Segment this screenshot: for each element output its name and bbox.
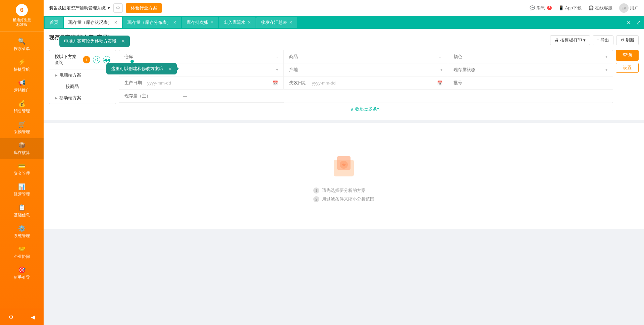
sidebar-item-management[interactable]: 📊 经营管理 [0,180,44,201]
sidebar-item-finance[interactable]: 💳 资金管理 [0,159,44,180]
expire-date-input[interactable] [312,80,435,86]
size-dropdown-icon[interactable]: ▾ [276,67,278,72]
maximize-btn[interactable]: ⤢ [634,19,643,26]
scheme-mobile-label: 移动端方案 [59,95,81,101]
scheme-desktop-label: 电脑端方案 [59,72,81,78]
color-dropdown-icon[interactable]: ▾ [605,54,607,59]
filter-cell-expire-date: 失效日期 📅 [284,76,448,90]
sidebar-item-enterprise[interactable]: 🤝 企业协同 [0,242,44,263]
close-all-tabs-btn[interactable]: ✕ [625,19,633,26]
filter-cell-warehouse: 仓库 ··· [119,50,284,63]
origin-input[interactable] [312,67,438,72]
tab-in-out-flow[interactable]: 出入库流水 ✕ [219,17,256,28]
notification-btn[interactable]: 💬 消息 8 [530,5,552,11]
tab-close-in-out-flow[interactable]: ✕ [248,20,251,25]
purchase-icon: 🛒 [18,121,25,128]
produce-date-input[interactable] [147,80,270,86]
scheme-tree-mobile[interactable]: ▶ 移动端方案 [55,92,110,104]
scheme-label: 按以下方案查询 [55,54,80,66]
print-btn[interactable]: 🖨 按模板打印 ▾ [550,35,590,45]
filter-cell-stock-status: 现存量状态 ▾ [448,63,613,76]
tab-close-inventory-status[interactable]: ✕ [114,20,117,25]
color-input[interactable] [476,54,603,59]
produce-date-calendar-icon[interactable]: 📅 [273,80,278,86]
arrow-icon-mobile: ▶ [55,96,57,100]
sidebar-item-marketing[interactable]: 📢 营销推广 [0,76,44,97]
export-btn[interactable]: ↑ 导出 [593,35,614,45]
sidebar-item-nav[interactable]: ⚡ 快捷导航 [0,55,44,76]
system-selector[interactable]: 装备及固定资产辅助管理系统 ▾ [49,5,110,11]
finance-icon: 💳 [18,162,25,170]
query-section: 现存量查询(按仓库+商品) 🖨 按模板打印 ▾ ↑ 导出 ↺ 刷新 [44,29,644,120]
filter-row-1: 仓库 ··· 商品 ··· 颜色 [119,50,613,63]
bell-icon: 💬 [530,5,535,10]
goods-more-icon[interactable]: ··· [439,54,442,59]
scheme-panel: 按以下方案查询 + ↺ ◀◀ 电脑方案可设为移动方案哦 ✕ [49,50,116,104]
warehouse-more-icon[interactable]: ··· [274,54,278,59]
sidebar-settings-btn[interactable]: ⚙ [7,313,15,322]
tab-inventory-dist[interactable]: 现存量（库存分布表） ✕ [123,17,181,28]
tooltip-close-2[interactable]: ✕ [168,66,172,71]
filter-cell-batch: 批号 [448,76,613,90]
tooltip-close-1[interactable]: ✕ [121,39,125,44]
tab-close-batch-ledger[interactable]: ✕ [210,20,214,25]
filter-container: 按以下方案查询 + ↺ ◀◀ 电脑方案可设为移动方案哦 ✕ [49,50,639,115]
connector-indicator [130,60,134,63]
tab-home[interactable]: 首页 [45,17,63,28]
filter-cell-stock-main: 现存量（主） — [119,90,284,103]
scheme-back-btn[interactable]: ◀◀ [103,56,110,63]
sidebar-item-purchase[interactable]: 🛒 采购管理 [0,117,44,138]
refresh-icon: ↺ [621,38,624,43]
tab-batch-ledger[interactable]: 库存批次账 ✕ [182,17,218,28]
inventory-icon: 📦 [18,142,25,149]
tooltip-scheme: 电脑方案可设为移动方案哦 ✕ [59,36,130,47]
toolbar-actions: 🖨 按模板打印 ▾ ↑ 导出 ↺ 刷新 [550,35,639,45]
refresh-btn[interactable]: ↺ 刷新 [616,35,639,45]
scheme-add-btn[interactable]: + [83,56,90,63]
user-profile-btn[interactable]: Ea 用户 [619,3,639,13]
goods-input[interactable] [312,54,436,59]
scheme-item-goods[interactable]: — 接商品 [60,81,110,92]
sidebar-item-system[interactable]: ⚙️ 系统管理 [0,221,44,242]
header-settings-btn[interactable]: ⚙ [113,3,123,13]
scheme-tree-desktop[interactable]: ▶ 电脑端方案 [55,69,110,81]
industry-btn[interactable]: 体验行业方案 [126,3,162,13]
tab-collect-summary[interactable]: 收发存汇总表 ✕ [256,17,297,28]
scheme-refresh-btn[interactable]: ↺ [93,56,100,63]
sidebar-item-search[interactable]: 🔍 搜索菜单 [0,34,44,55]
stock-main-from-input[interactable] [153,94,180,99]
tab-close-collect-summary[interactable]: ✕ [289,20,292,25]
sidebar-item-guide[interactable]: 🎯 新手引导 [0,263,44,284]
sidebar-item-inventory[interactable]: 📦 库存核算 [0,138,44,159]
batch-input[interactable] [476,80,607,86]
query-btn[interactable]: 查询 [616,50,639,61]
origin-dropdown-icon[interactable]: ▾ [440,67,442,72]
empty-tips: 1 请先选择要分析的方案 2 用过滤条件来缩小分析范围 [313,187,374,202]
sidebar-item-basic[interactable]: 📋 基础信息 [0,201,44,221]
empty-tip-2: 2 用过滤条件来缩小分析范围 [313,196,374,202]
sidebar-footer: ⚙ ◀ [0,309,44,325]
management-icon: 📊 [18,183,25,191]
basic-icon: 📋 [18,204,25,211]
collapse-row[interactable]: ∧ 收起更多条件 [119,103,613,115]
download-icon: 📱 [558,5,564,10]
empty-tip-1: 1 请先选择要分析的方案 [313,187,374,194]
online-service-btn[interactable]: 🎧 在线客服 [588,5,612,11]
tab-close-inventory-dist[interactable]: ✕ [173,20,176,25]
app-download-btn[interactable]: 📱 App下载 [558,5,582,11]
sidebar-item-sales[interactable]: 💰 销售管理 [0,97,44,117]
setting-btn[interactable]: 设置 [616,63,639,73]
stock-main-to-input[interactable] [190,94,217,99]
nav-icon: ⚡ [18,58,25,66]
guide-icon: 🎯 [18,266,25,274]
warehouse-input[interactable] [147,54,272,59]
stock-status-input[interactable] [478,67,603,72]
tab-inventory-status[interactable]: 现存量（库存状况表） ✕ [64,17,122,28]
top-header: 装备及固定资产辅助管理系统 ▾ ⚙ 体验行业方案 💬 消息 8 📱 App下载 … [44,0,644,16]
logo-text: 畅通好生意 标准版 [13,17,31,27]
sidebar-collapse-btn[interactable]: ◀ [30,313,36,322]
expire-date-calendar-icon[interactable]: 📅 [437,80,442,86]
avatar: Ea [619,3,629,13]
filter-cell-goods: 商品 ··· [284,50,448,63]
stock-status-dropdown-icon[interactable]: ▾ [605,67,607,72]
